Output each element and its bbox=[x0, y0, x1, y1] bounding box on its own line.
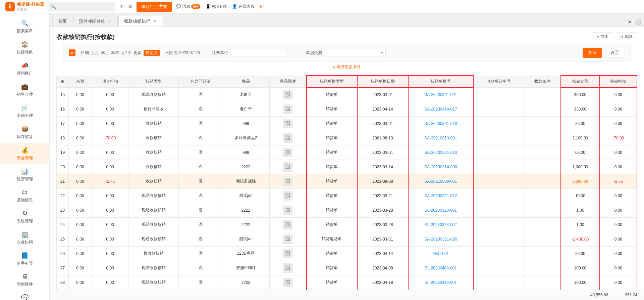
row-verify-bill-no[interactable]: ABC-001 bbox=[408, 246, 473, 261]
sidebar-item-operations[interactable]: 📊 经营管理 bbox=[0, 164, 49, 185]
row-verify-discount: 0.00 bbox=[600, 160, 637, 174]
date-opt-7days[interactable]: 近7天 bbox=[121, 50, 131, 56]
bill-no-link[interactable]: SL-20230328-002 bbox=[425, 222, 457, 227]
sidebar-item-shortcut[interactable]: 🏠 快捷导航 bbox=[0, 37, 49, 58]
refresh-button[interactable]: ↺ 刷新 bbox=[616, 32, 637, 41]
header-actions: ↗ 导出 ↺ 刷新 bbox=[592, 32, 637, 41]
partner-dots: ... bbox=[288, 50, 294, 55]
bill-no-link[interactable]: SA-20230301-010 bbox=[424, 150, 457, 155]
sidebar-item-sales[interactable]: 💼 销售管理 bbox=[0, 80, 49, 101]
row-receipt-order-no bbox=[473, 217, 524, 232]
row-verify-discount: 0.00 bbox=[600, 145, 637, 160]
row-verify-bill-no[interactable]: SL-20230408-001 bbox=[408, 261, 473, 275]
date-opt-this-month[interactable]: 本月 bbox=[101, 50, 109, 56]
row-verify-bill-no[interactable]: SL-20230328-001 bbox=[408, 203, 473, 217]
filter-expand-btn[interactable]: » bbox=[69, 49, 75, 56]
bill-no-link[interactable]: SA-20230414-017 bbox=[424, 107, 457, 112]
row-verify-bill-type: 销货单 bbox=[307, 102, 358, 116]
expand-more-btn[interactable]: ∨ 展开更多条件 bbox=[333, 63, 361, 71]
bill-no-link[interactable]: SA-20230331-026 bbox=[424, 237, 457, 242]
row-verify-bill-no[interactable]: SA-20230301-010 bbox=[408, 116, 473, 131]
settings-button[interactable]: 设置 bbox=[605, 48, 625, 58]
bill-no-link[interactable]: SA-20210808-001 bbox=[424, 179, 457, 184]
sidebar-item-guide[interactable]: 📘 新手引导 bbox=[0, 249, 49, 270]
filter-section: » 日期 上月 本月 本年 近7天 更多 自定义 不限 至 202 bbox=[50, 44, 644, 73]
sidebar-item-basic[interactable]: 🗂 基础信息 bbox=[0, 185, 49, 206]
row-verify-type: 现结收款核销 bbox=[128, 232, 179, 246]
date-opt-last-month[interactable]: 上月 bbox=[91, 50, 99, 56]
app-download-btn[interactable]: 📱 App下载 bbox=[206, 4, 227, 9]
bill-type-input[interactable] bbox=[324, 49, 386, 56]
sidebar-item-finance[interactable]: 💰 资金管理 bbox=[0, 143, 49, 164]
expand-more-row: ∨ 展开更多条件 bbox=[56, 61, 637, 73]
table-container[interactable]: ⚙ 余额 现金折扣 核销类型 包含已结清 商品 商品图片 核销单据类型 核销单据… bbox=[50, 75, 644, 290]
tab-receipt[interactable]: 收款核销执行 ✕ bbox=[118, 16, 163, 27]
sidebar-item-search[interactable]: 🔍 搜索菜单 bbox=[0, 16, 49, 37]
close-all-icon[interactable]: ✕ bbox=[628, 19, 632, 25]
date-opt-more[interactable]: 更多 bbox=[133, 50, 142, 56]
row-verify-bill-no[interactable]: SA-20210813-001 bbox=[408, 131, 473, 145]
sidebar-item-smart[interactable]: 🖥 智能硬件 bbox=[0, 270, 49, 291]
bill-no-link[interactable]: SL-20230418-001 bbox=[425, 280, 457, 285]
partner-input[interactable] bbox=[230, 49, 286, 56]
experience-btn[interactable]: 体验行业方案 bbox=[137, 2, 172, 12]
gear-icon[interactable]: ⚙ bbox=[128, 3, 132, 10]
sidebar-item-system[interactable]: ⚙ 系统管理 bbox=[0, 206, 49, 227]
row-balance: 0.00 bbox=[69, 275, 92, 290]
table-row: 19 0.00 0.00 收款核销 否 999 🖼 销货单 2023-03-01… bbox=[57, 145, 637, 160]
top-search-bar[interactable]: 🔍 bbox=[48, 2, 115, 11]
page-header: 收款核销执行(按收款) ↗ 导出 ↺ 刷新 bbox=[50, 27, 644, 44]
bill-type-filter: 单据类型 ▼ bbox=[306, 49, 386, 56]
date-opt-custom[interactable]: 自定义 bbox=[144, 50, 160, 56]
bill-no-link[interactable]: SL-20230328-001 bbox=[425, 208, 457, 213]
bill-no-link[interactable]: SL-20230408-001 bbox=[425, 266, 457, 270]
bill-no-link[interactable]: SA-20230301-010 bbox=[424, 121, 457, 126]
row-cash-discount: 0.00 bbox=[92, 203, 128, 217]
row-verify-discount: 0.00 bbox=[600, 188, 637, 203]
tab-close-receipt[interactable]: ✕ bbox=[152, 19, 157, 24]
row-receipt-order-no bbox=[473, 261, 524, 275]
row-verify-bill-no[interactable]: SA-20230321-012 bbox=[408, 188, 473, 203]
sidebar-item-marketing[interactable]: 📣 营销推广 bbox=[0, 58, 49, 80]
row-verify-bill-no[interactable]: SA-20230414-017 bbox=[408, 102, 473, 116]
table-row: 23 0.00 0.00 现结收款核销 否 2222 🖼 销货单 2023-03… bbox=[57, 203, 637, 217]
online-service-btn[interactable]: 👤 在线客服 bbox=[232, 4, 254, 9]
th-balance: 余额 bbox=[69, 76, 92, 87]
row-receipt-condition bbox=[524, 217, 561, 232]
query-button[interactable]: 查询 bbox=[583, 48, 602, 58]
maximize-icon[interactable]: ⬜ bbox=[635, 19, 641, 25]
row-verify-bill-no[interactable]: SA-20230301-001 bbox=[408, 87, 473, 102]
tab-close-prepay[interactable]: ✕ bbox=[107, 19, 112, 24]
sidebar-item-wechat[interactable]: 💬 企业微信 bbox=[0, 291, 49, 300]
tab-prepay[interactable]: 预付冲应付单 ✕ bbox=[73, 16, 118, 27]
row-verify-type: 现结收款核销 bbox=[128, 217, 179, 232]
row-include-settled: 否 bbox=[179, 246, 222, 261]
sidebar-item-inventory[interactable]: 📦 库存核算 bbox=[0, 122, 49, 143]
row-verify-bill-no[interactable]: SL-20230418-001 bbox=[408, 275, 473, 290]
bill-no-link[interactable]: SA-20230301-001 bbox=[424, 92, 457, 97]
th-gear[interactable]: ⚙ bbox=[57, 76, 69, 87]
row-verify-bill-no[interactable]: SA-20230331-026 bbox=[408, 232, 473, 246]
date-opt-this-year[interactable]: 本年 bbox=[111, 50, 119, 56]
bill-no-link[interactable]: ABC-001 bbox=[433, 251, 449, 256]
row-verify-bill-no[interactable]: SA-20210808-001 bbox=[408, 174, 473, 188]
bill-no-link[interactable]: SA-20230321-012 bbox=[424, 194, 457, 198]
row-verify-bill-no[interactable]: SA-20230314-008 bbox=[408, 160, 473, 174]
chevron-down-icon: ▼ bbox=[119, 4, 124, 9]
export-button[interactable]: ↗ 导出 bbox=[592, 32, 613, 41]
sidebar-item-purchase[interactable]: 🛒 采购管理 bbox=[0, 101, 49, 122]
row-include-settled: 否 bbox=[179, 87, 222, 102]
row-goods: 2222 bbox=[222, 217, 269, 232]
tab-home[interactable]: 首页 bbox=[52, 16, 72, 27]
goods-img-cell: 🖼 bbox=[269, 203, 306, 217]
notification-btn[interactable]: 💬 消息 99+ bbox=[176, 4, 201, 9]
row-verify-bill-date: 2021-08-13 bbox=[357, 131, 408, 145]
sidebar-item-enterprise[interactable]: 🏢 企业协同 bbox=[0, 227, 49, 249]
row-verify-bill-no[interactable]: SA-20230301-010 bbox=[408, 145, 473, 160]
th-receipt-order-no: 收款单订单号 bbox=[473, 76, 524, 87]
bill-no-link[interactable]: SA-20210813-001 bbox=[424, 136, 457, 140]
row-verify-discount: 0.00 bbox=[600, 232, 637, 246]
row-verify-bill-no[interactable]: SL-20230328-002 bbox=[408, 217, 473, 232]
bill-no-link[interactable]: SA-20230314-008 bbox=[424, 165, 457, 169]
row-receipt-order-no bbox=[473, 246, 524, 261]
